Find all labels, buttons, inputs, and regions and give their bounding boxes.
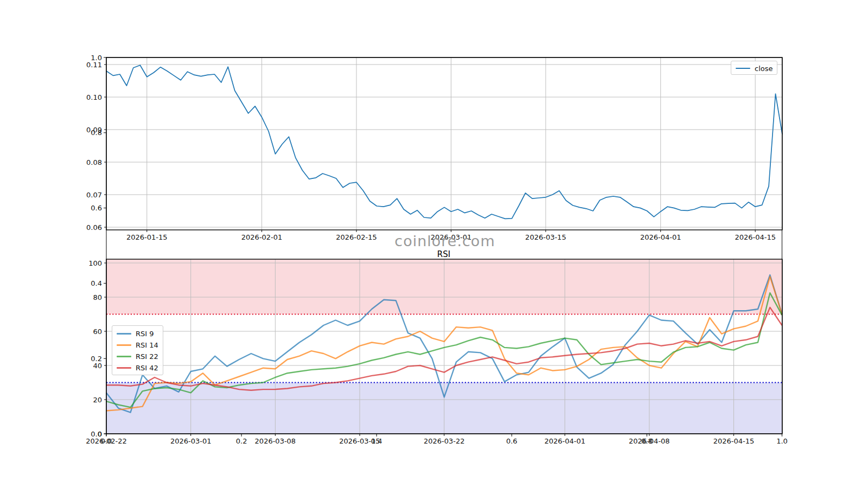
price-legend: close (731, 61, 777, 75)
overlay-xtick-label: 0.4 (371, 437, 382, 445)
rsi-subplot-title: RSI (403, 249, 484, 259)
legend-label-rsi42: RSI 42 (136, 364, 158, 372)
close-line (106, 65, 782, 219)
rsi-xtick-label: 2026-03-01 (170, 437, 212, 445)
rsi-ytick-label: 60 (93, 328, 102, 336)
overlay-xtick-label: 1.0 (776, 437, 788, 445)
rsi-legend: RSI 9 RSI 14 RSI 22 RSI 42 (112, 325, 163, 375)
legend-label-rsi14: RSI 14 (136, 341, 158, 349)
rsi-ytick-label: 80 (93, 293, 102, 301)
overlay-xtick-label: 0.0 (101, 437, 112, 445)
price-ytick-label: 0.06 (86, 223, 102, 232)
rsi9-line-swatch (117, 333, 131, 335)
price-axes-box (106, 57, 782, 230)
overlay-xtick-label: 0.2 (236, 437, 247, 445)
price-xtick-label: 2026-04-01 (640, 233, 681, 241)
rsi22-line-swatch (117, 356, 131, 357)
overlay-ytick-label: 1.0 (91, 54, 102, 62)
price-ytick-label: 0.08 (86, 158, 102, 166)
rsi-xtick-label: 2026-04-15 (713, 437, 755, 445)
legend-label-rsi9: RSI 9 (136, 330, 154, 338)
rsi42-line-swatch (117, 367, 131, 369)
legend-item-close: close (736, 63, 773, 73)
price-ytick-label: 0.11 (86, 61, 102, 69)
overlay-xtick-label: 0.8 (641, 437, 653, 445)
legend-label-rsi22: RSI 22 (136, 352, 158, 361)
overlay-ytick-label: 0.8 (91, 129, 102, 137)
rsi14-line-swatch (117, 344, 131, 346)
legend-item-rsi9: RSI 9 (117, 328, 158, 339)
rsi-ytick-label: 100 (88, 259, 102, 267)
price-xtick-label: 2026-02-01 (241, 233, 283, 241)
overlay-ytick-label: 0.6 (91, 204, 102, 212)
price-xtick-label: 2026-01-15 (126, 233, 168, 241)
legend-item-rsi22: RSI 22 (117, 351, 158, 362)
price-ytick-label: 0.10 (86, 93, 102, 101)
legend-item-rsi14: RSI 14 (117, 339, 158, 351)
rsi-xtick-label: 2026-04-01 (544, 437, 585, 445)
rsi-xtick-label: 2026-03-08 (255, 437, 296, 445)
close-line-swatch (736, 68, 750, 69)
price-xtick-label: 2026-04-15 (735, 233, 776, 241)
legend-label-close: close (755, 65, 773, 73)
rsi-ytick-label: 40 (93, 362, 102, 370)
overlay-ytick-label: 0.2 (91, 355, 102, 363)
overlay-ytick-label: 0.4 (91, 279, 102, 287)
rsi-ytick-label: 20 (93, 396, 102, 404)
rsi-xtick-label: 2026-03-22 (424, 437, 465, 445)
watermark-text: coinlore.com (347, 233, 542, 249)
chart-figure: 0.060.070.080.090.100.112026-01-152026-0… (0, 0, 868, 488)
price-ytick-label: 0.07 (86, 191, 102, 199)
overlay-xtick-label: 0.6 (506, 437, 518, 445)
legend-item-rsi42: RSI 42 (117, 362, 158, 374)
